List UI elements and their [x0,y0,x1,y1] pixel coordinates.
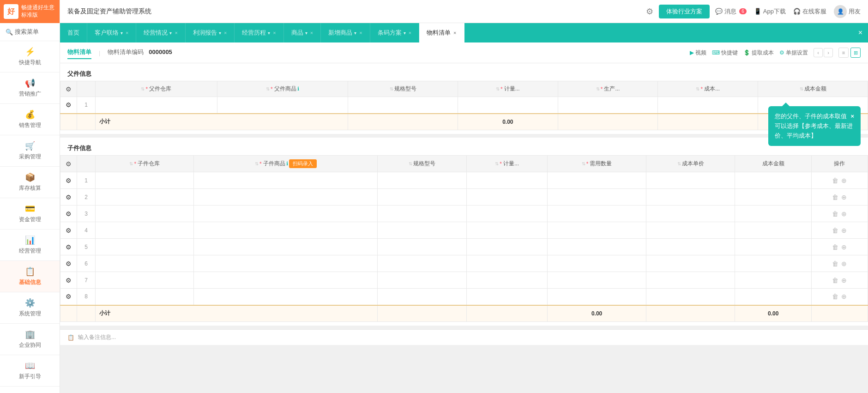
th-child-unit-cost: ⇅ 成本单价 [646,156,735,172]
tab-profit-report[interactable]: 利润报告 ▾ × [186,23,235,42]
sidebar-item-enterprise[interactable]: 🏢 企业协同 [0,324,60,355]
delete-icon[interactable]: 🗑 [832,293,838,300]
sort-icon: ⇅ [266,86,270,91]
close-icon[interactable]: × [273,30,276,36]
nav-prev-btn[interactable]: ‹ [814,48,823,57]
sidebar-item-finance[interactable]: 💳 资金管理 [0,198,60,230]
sidebar-item-sales[interactable]: 💰 销售管理 [0,104,60,135]
view-icons: ≡ ⊞ [838,48,861,58]
parent-table: ⚙ ⇅ * 父件仓库 ⇅ * [60,81,868,130]
close-icon[interactable]: × [175,30,177,36]
row-settings[interactable]: ⚙ [60,172,77,189]
sort-icon: ⇅ [582,161,585,166]
single-settings-btn[interactable]: ⚙ 单据设置 [779,49,808,57]
notes-text[interactable]: 输入备注信息... [78,333,116,341]
sidebar-item-operations[interactable]: 📊 经营管理 [0,230,60,261]
delete-icon[interactable]: 🗑 [832,243,838,251]
close-icon[interactable]: × [224,30,227,36]
th-child-settings[interactable]: ⚙ [60,156,77,172]
logo-text: 畅捷通好生意 标准版 [21,4,54,18]
video-btn[interactable]: ▶ 视频 [690,49,706,57]
copy-icon[interactable]: ⊕ [841,227,847,234]
sidebar-item-purchase[interactable]: 🛒 采购管理 [0,135,60,167]
shortcut-btn[interactable]: ⌨ 快捷键 [712,49,738,57]
th-row-num [77,81,96,97]
tab-barcode[interactable]: 条码方案 ▾ × [370,23,419,42]
sidebar-item-system[interactable]: ⚙️ 系统管理 [0,292,60,324]
close-icon[interactable]: × [453,30,456,36]
delete-icon[interactable]: 🗑 [832,260,838,267]
app-download-item[interactable]: 📱 App下载 [754,7,786,16]
tab-goods[interactable]: 商品 ▾ × [284,23,321,42]
row-settings[interactable]: ⚙ [60,239,77,255]
info-icon: ℹ [286,161,288,167]
close-all-tabs-btn[interactable]: × [853,23,868,42]
delete-icon[interactable]: 🗑 [832,210,838,218]
copy-icon[interactable]: ⊕ [841,293,847,300]
tab-operations-status[interactable]: 经营情况 ▾ × [136,23,185,42]
close-icon[interactable]: × [126,30,128,36]
chevron-down-icon: ▾ [354,30,356,36]
row-settings[interactable]: ⚙ [60,206,77,222]
sidebar-item-inventory[interactable]: 📦 库存核算 [0,167,60,198]
tab-customer[interactable]: 客户联络 ▾ × [87,23,136,42]
th-unit: ⇅ * 计量... [458,81,558,97]
delete-icon[interactable]: 🗑 [832,193,838,201]
app-download-icon: 📱 [754,8,761,15]
close-icon[interactable]: × [359,30,362,36]
online-service-item[interactable]: 🎧 在线客服 [793,7,826,16]
tab-operations-history[interactable]: 经营历程 ▾ × [235,23,283,42]
row-settings[interactable]: ⚙ [60,272,77,289]
copy-icon[interactable]: ⊕ [841,277,847,284]
sidebar-item-guide[interactable]: 📖 新手引导 [0,355,60,387]
nav-next-btn[interactable]: › [824,48,833,57]
row-settings[interactable]: ⚙ [60,289,77,305]
th-child-row-num [77,156,96,172]
th-child-warehouse: ⇅ * 子件仓库 [96,156,194,172]
message-badge: 6 [739,8,747,14]
search-menu[interactable]: 🔍 搜索菜单 [0,23,60,41]
close-icon[interactable]: × [310,30,313,36]
user-item[interactable]: 👤 用友 [834,5,861,18]
page-tab-bom-list[interactable]: 物料清单 [67,46,91,59]
page-nav-arrows: ‹ › [814,48,833,57]
chevron-down-icon: ▾ [268,30,270,36]
row-settings[interactable]: ⚙ [60,222,77,239]
delete-icon[interactable]: 🗑 [832,227,838,234]
sort-icon: ⇅ [677,161,681,166]
copy-icon[interactable]: ⊕ [841,193,847,201]
th-child-unit: ⇅ * 计量... [466,156,547,172]
row-settings[interactable]: ⚙ [60,255,77,272]
child-subtotal-row: 小计 0.00 0.00 [60,305,868,322]
scan-input-btn[interactable]: 扫码录入 [289,159,317,168]
message-item[interactable]: 💬 消息 6 [715,7,747,16]
th-settings[interactable]: ⚙ [60,81,77,97]
list-view-btn[interactable]: ≡ [838,48,849,58]
tab-home[interactable]: 首页 [60,23,87,42]
th-spec: ⇅ 规格型号 [348,81,458,97]
row-settings[interactable]: ⚙ [60,97,77,114]
copy-icon[interactable]: ⊕ [841,177,847,184]
copy-icon[interactable]: ⊕ [841,260,847,267]
row-settings[interactable]: ⚙ [60,189,77,206]
sidebar-item-quick-nav[interactable]: ⚡ 快捷导航 [0,41,60,73]
copy-icon[interactable]: ⊕ [841,243,847,251]
settings-icon: ⚙ [779,49,784,56]
experience-btn[interactable]: 体验行业方案 [659,5,710,18]
close-icon[interactable]: × [409,30,411,36]
sidebar-item-basic-info[interactable]: 📋 基础信息 [0,261,60,292]
chevron-down-icon: ▾ [404,30,406,36]
tab-new-goods[interactable]: 新增商品 ▾ × [321,23,370,42]
tooltip-close-btn[interactable]: × [850,112,854,121]
delete-icon[interactable]: 🗑 [832,277,838,284]
delete-icon[interactable]: 🗑 [832,177,838,184]
settings-icon[interactable]: ⚙ [646,6,653,17]
extract-cost-btn[interactable]: 💲 提取成本 [743,49,774,57]
tab-bom[interactable]: 物料清单 × [419,23,464,42]
copy-icon[interactable]: ⊕ [841,210,847,218]
page-tab-bom-code[interactable]: 物料清单编码 0000005 [108,46,172,59]
th-cost: ⇅ * 成本... [658,81,758,97]
sidebar-item-marketing[interactable]: 📢 营销推广 [0,73,60,104]
grid-view-btn[interactable]: ⊞ [850,48,861,58]
page-header: 物料清单 | 物料清单编码 0000005 ▶ 视频 ⌨ 快捷键 💲 提取成本 [60,42,868,63]
